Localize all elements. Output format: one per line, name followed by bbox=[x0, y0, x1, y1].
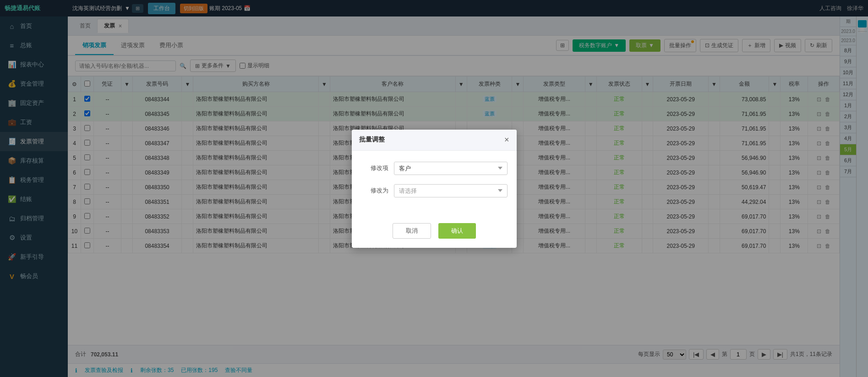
modal-value-select[interactable]: 请选择 bbox=[394, 184, 508, 197]
modal-field-select[interactable]: 客户 发票类型 发票种类 发票状态 bbox=[394, 162, 508, 175]
modal-overlay: 批量调整 × 修改项 客户 发票类型 发票种类 发票状态 修改为 请选择 取 bbox=[0, 0, 868, 377]
modal-field-label: 修改项 bbox=[361, 164, 388, 172]
modal-footer: 取消 确认 bbox=[352, 218, 517, 248]
batch-adjust-modal: 批量调整 × 修改项 客户 发票类型 发票种类 发票状态 修改为 请选择 取 bbox=[352, 130, 517, 248]
modal-close-btn[interactable]: × bbox=[504, 135, 509, 145]
modal-cancel-btn[interactable]: 取消 bbox=[393, 223, 431, 239]
modal-value-row: 修改为 请选择 bbox=[361, 184, 508, 197]
modal-header: 批量调整 × bbox=[352, 130, 517, 151]
modal-confirm-btn[interactable]: 确认 bbox=[438, 223, 476, 239]
modal-field-row: 修改项 客户 发票类型 发票种类 发票状态 bbox=[361, 162, 508, 175]
modal-title: 批量调整 bbox=[359, 136, 385, 144]
modal-value-label: 修改为 bbox=[361, 186, 388, 195]
modal-body: 修改项 客户 发票类型 发票种类 发票状态 修改为 请选择 bbox=[352, 151, 517, 218]
